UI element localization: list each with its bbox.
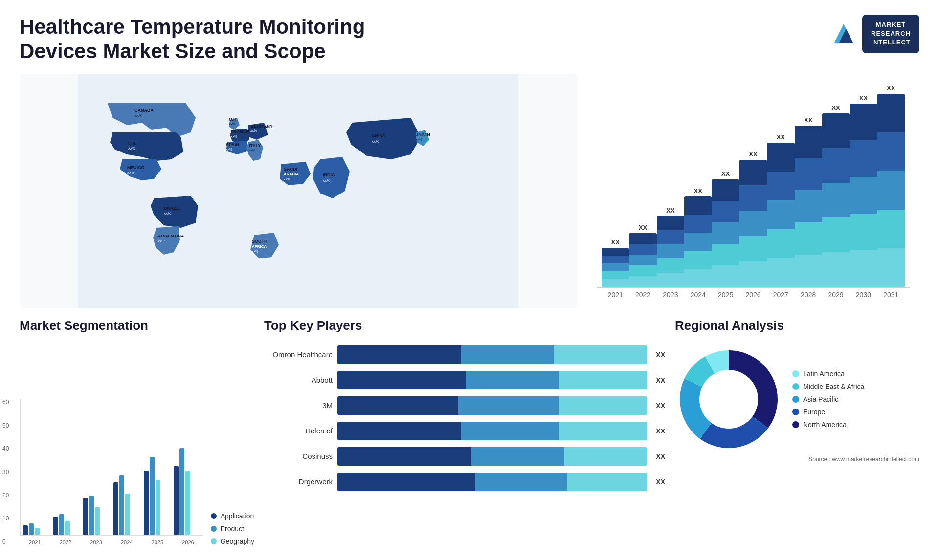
italy-label: ITALY [249,143,261,148]
italy-val: xx% [249,149,255,152]
legend-dot-product [211,526,217,532]
main-container: Healthcare Temperature Monitoring Device… [0,0,939,560]
svg-point-5 [699,370,758,429]
player-row: Helen ofXX [264,422,665,440]
regional-section: Regional Analysis Latin AmericaMiddle Ea… [675,318,919,545]
seg-bar-group [23,523,50,535]
seg-bar-group [83,496,111,535]
legend-geography: Geography [211,538,254,545]
growth-bar-area: XXXXXXXXXXXXXXXXXXXXXX [597,102,910,288]
seg-bar-group [113,475,141,535]
seg-chart [20,399,203,536]
france-label: FRANCE [231,129,249,134]
player-row: Omron HealthcareXX [264,345,665,364]
brazil-label: BRAZIL [164,206,180,211]
player-row: CosinussXX [264,447,665,466]
regional-legend-item: Middle East & Africa [792,383,864,390]
growth-x-labels: 2021202220232024202520262027202820292030… [597,288,910,299]
us-val: xx% [128,146,135,151]
growth-bar-2027: XX [767,133,794,287]
player-row: DrgerwerkXX [264,473,665,491]
regional-title: Regional Analysis [675,318,919,333]
seg-bar-group [144,457,171,535]
india-label: INDIA [323,172,335,177]
china-val: xx% [372,139,379,144]
spain-val: xx% [226,148,232,151]
donut-chart-svg [675,345,782,453]
legend-application: Application [211,512,254,520]
player-row: 3MXX [264,396,665,415]
players-title: Top Key Players [264,318,665,333]
germany-val: xx% [250,129,257,132]
world-map-svg: CANADA xx% U.S. xx% MEXICO xx% BRAZIL xx… [20,74,577,308]
players-bars: Omron HealthcareXXAbbottXX3MXXHelen ofXX… [264,345,665,491]
logo-text: MARKET RESEARCH INTELLECT [862,15,919,53]
regional-legend: Latin AmericaMiddle East & AfricaAsia Pa… [792,370,864,429]
seg-content: 6050403020100 202120222023202420252026 A… [20,341,254,545]
growth-bar-2023: XX [657,207,684,287]
growth-bar-2025: XX [712,170,739,287]
player-row: AbbottXX [264,371,665,389]
legend-dot-application [211,513,217,519]
legend-product: Product [211,525,254,533]
regional-legend-item: Asia Pacific [792,395,864,403]
south-africa-label: SOUTH [252,239,268,244]
seg-bar-group [53,514,81,535]
map-section: CANADA xx% U.S. xx% MEXICO xx% BRAZIL xx… [20,74,577,308]
regional-legend-item: Europe [792,408,864,416]
us-label: U.S. [128,141,137,146]
logo-inner: MARKET RESEARCH INTELLECT [829,15,919,53]
india-val: xx% [323,178,330,183]
seg-bar-group [174,448,201,535]
saudi-label2: ARABIA [284,172,299,176]
mexico-label: MEXICO [127,165,145,170]
logo-area: MARKET RESEARCH INTELLECT [829,15,919,53]
growth-bar-2022: XX [629,224,656,287]
segmentation-title: Market Segmentation [20,318,254,333]
germany-label: GERMANY [250,124,273,129]
seg-legend: Application Product Geography [211,512,254,545]
japan-label: JAPAN [416,132,430,137]
japan-val: xx% [416,138,422,141]
china-label: CHINA [372,133,386,138]
growth-bar-2024: XX [684,187,712,287]
saudi-val: xx% [284,177,290,181]
growth-bar-2029: XX [822,104,850,287]
growth-bar-2028: XX [795,116,822,287]
uk-val: xx% [229,122,235,126]
canada-val: xx% [135,113,142,118]
seg-x-axis: 202120222023202420252026 [20,538,203,545]
saudi-label: SAUDI [284,167,297,172]
south-africa-val: xx% [252,250,258,253]
growth-bar-2021: XX [602,238,629,287]
argentina-label: ARGENTINA [158,234,184,238]
spain-label: SPAIN [226,142,239,147]
growth-bar-2031: XX [877,85,905,287]
growth-bar-2026: XX [739,151,767,287]
seg-y-axis: 6050403020100 [2,399,9,545]
canada-label: CANADA [134,108,154,113]
source-text: Source : www.marketresearchintellect.com [675,456,919,463]
regional-legend-item: North America [792,421,864,429]
page-title: Healthcare Temperature Monitoring Device… [20,15,421,64]
regional-legend-item: Latin America [792,370,864,378]
header: Healthcare Temperature Monitoring Device… [20,15,919,64]
growth-bar-2030: XX [850,94,877,287]
argentina-val: xx% [158,239,165,243]
brazil-val: xx% [164,211,171,215]
legend-dot-geography [211,538,217,544]
logo-icon [829,22,858,46]
france-val: xx% [231,135,237,138]
bottom-row: Market Segmentation 6050403020100 202120… [20,318,919,545]
growth-chart-section: XXXXXXXXXXXXXXXXXXXXXX 20212022202320242… [587,74,919,308]
players-section: Top Key Players Omron HealthcareXXAbbott… [264,318,665,545]
donut-area: Latin AmericaMiddle East & AfricaAsia Pa… [675,345,919,453]
south-africa-label2: AFRICA [252,244,267,249]
mexico-val: xx% [127,171,134,175]
uk-label: U.K. [229,117,238,122]
segmentation-section: Market Segmentation 6050403020100 202120… [20,318,254,545]
top-row: CANADA xx% U.S. xx% MEXICO xx% BRAZIL xx… [20,74,919,308]
